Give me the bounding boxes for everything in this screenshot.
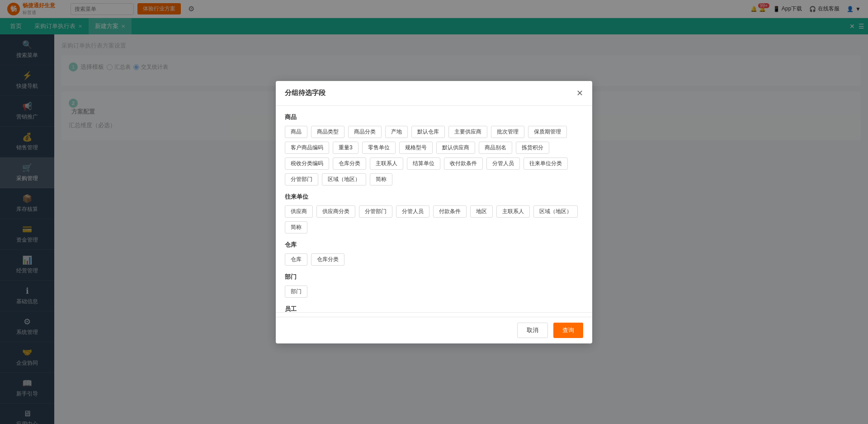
field-tag-warehouse[interactable]: 仓库 bbox=[285, 253, 307, 266]
field-tag-batch-mgmt[interactable]: 批次管理 bbox=[491, 126, 524, 138]
field-tag-settlement-unit[interactable]: 结算单位 bbox=[407, 157, 440, 170]
field-tag-partner-category[interactable]: 往来单位分类 bbox=[524, 157, 568, 170]
confirm-button[interactable]: 查询 bbox=[553, 323, 583, 338]
section-employee: 员工 业务员 bbox=[285, 305, 583, 312]
field-tag-supplier[interactable]: 供应商 bbox=[285, 205, 313, 218]
modal-title: 分组待选字段 bbox=[285, 89, 326, 97]
field-tag-supplier-category[interactable]: 供应商分类 bbox=[316, 205, 355, 218]
section-department: 部门 部门 bbox=[285, 273, 583, 298]
field-tag-tax-code[interactable]: 税收分类编码 bbox=[285, 157, 329, 170]
field-tag-warehouse-category[interactable]: 仓库分类 bbox=[333, 157, 366, 170]
field-tag-manager[interactable]: 分管人员 bbox=[486, 157, 520, 170]
section-warehouse: 仓库 仓库 仓库分类 bbox=[285, 241, 583, 266]
field-tag-region[interactable]: 地区 bbox=[470, 205, 493, 218]
section-employee-title: 员工 bbox=[285, 305, 583, 312]
field-tag-retail-unit[interactable]: 零售单位 bbox=[362, 142, 396, 154]
modal-overlay: 分组待选字段 ✕ 商品 商品 商品类型 商品分类 产地 默认仓库 主要供应商 批… bbox=[0, 0, 868, 424]
field-select-modal: 分组待选字段 ✕ 商品 商品 商品类型 商品分类 产地 默认仓库 主要供应商 批… bbox=[276, 81, 592, 343]
field-tag-spec-model[interactable]: 规格型号 bbox=[399, 142, 433, 154]
field-tag-short-name-product[interactable]: 简称 bbox=[370, 173, 392, 186]
field-tag-department[interactable]: 部门 bbox=[285, 286, 307, 298]
field-tag-partner-contact[interactable]: 主联系人 bbox=[496, 205, 530, 218]
section-product-title: 商品 bbox=[285, 113, 583, 121]
field-tag-default-supplier[interactable]: 默认供应商 bbox=[436, 142, 475, 154]
field-tag-product-category[interactable]: 商品分类 bbox=[348, 126, 382, 138]
field-tag-product[interactable]: 商品 bbox=[285, 126, 307, 138]
field-tag-expiry-mgmt[interactable]: 保质期管理 bbox=[528, 126, 567, 138]
field-tag-product-type[interactable]: 商品类型 bbox=[311, 126, 344, 138]
field-tag-default-warehouse[interactable]: 默认仓库 bbox=[411, 126, 445, 138]
field-tag-weight3[interactable]: 重量3 bbox=[333, 142, 359, 154]
section-warehouse-title: 仓库 bbox=[285, 241, 583, 249]
field-tag-partner-dept[interactable]: 分管部门 bbox=[359, 205, 392, 218]
field-tag-customer-code[interactable]: 客户商品编码 bbox=[285, 142, 329, 154]
field-tag-area-product[interactable]: 区域（地区） bbox=[322, 173, 366, 186]
field-tag-main-contact[interactable]: 主联系人 bbox=[370, 157, 403, 170]
section-department-title: 部门 bbox=[285, 273, 583, 281]
field-tag-dept[interactable]: 分管部门 bbox=[285, 173, 318, 186]
modal-footer: 取消 查询 bbox=[276, 317, 592, 343]
cancel-button[interactable]: 取消 bbox=[517, 323, 548, 338]
field-tag-area-partner[interactable]: 区域（地区） bbox=[533, 205, 578, 218]
section-partner-title: 往来单位 bbox=[285, 193, 583, 201]
field-tag-product-alias[interactable]: 商品别名 bbox=[479, 142, 512, 154]
modal-close-button[interactable]: ✕ bbox=[576, 88, 583, 98]
section-warehouse-fields: 仓库 仓库分类 bbox=[285, 253, 583, 266]
section-department-fields: 部门 bbox=[285, 286, 583, 298]
section-product: 商品 商品 商品类型 商品分类 产地 默认仓库 主要供应商 批次管理 保质期管理… bbox=[285, 113, 583, 186]
field-tag-warehouse-type[interactable]: 仓库分类 bbox=[311, 253, 344, 266]
field-tag-origin[interactable]: 产地 bbox=[385, 126, 408, 138]
field-tag-payment-terms[interactable]: 收付款条件 bbox=[444, 157, 483, 170]
field-tag-partner-mgr[interactable]: 分管人员 bbox=[396, 205, 429, 218]
field-tag-pay-condition[interactable]: 付款条件 bbox=[433, 205, 467, 218]
section-partner-fields: 供应商 供应商分类 分管部门 分管人员 付款条件 地区 主联系人 区域（地区） … bbox=[285, 205, 583, 233]
modal-header: 分组待选字段 ✕ bbox=[276, 81, 592, 106]
modal-body: 商品 商品 商品类型 商品分类 产地 默认仓库 主要供应商 批次管理 保质期管理… bbox=[276, 106, 592, 312]
modal-horizontal-scrollbar[interactable] bbox=[276, 312, 592, 317]
field-tag-pick-points[interactable]: 拣货积分 bbox=[516, 142, 549, 154]
section-product-fields: 商品 商品类型 商品分类 产地 默认仓库 主要供应商 批次管理 保质期管理 客户… bbox=[285, 126, 583, 186]
field-tag-short-name-partner[interactable]: 简称 bbox=[285, 221, 307, 233]
section-partner: 往来单位 供应商 供应商分类 分管部门 分管人员 付款条件 地区 主联系人 区域… bbox=[285, 193, 583, 233]
field-tag-main-supplier[interactable]: 主要供应商 bbox=[448, 126, 487, 138]
